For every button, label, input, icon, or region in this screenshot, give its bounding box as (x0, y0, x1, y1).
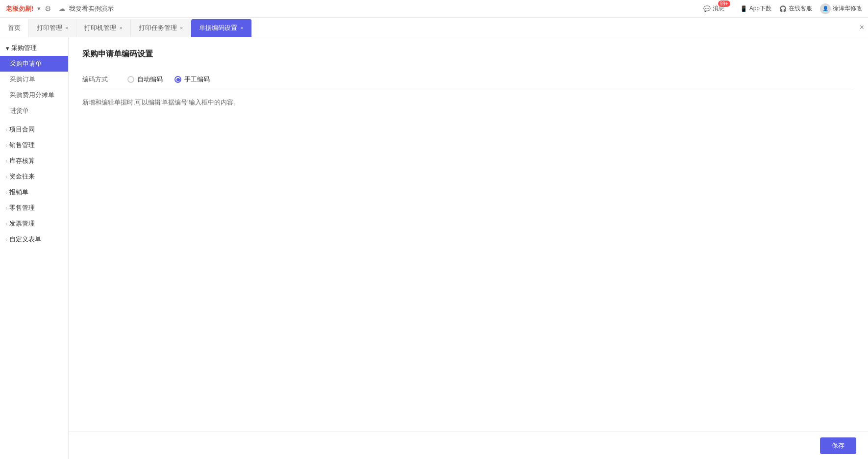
top-bar: 老板勿剔! ▾ ⚙ ☁ 我要看实例演示 💬 消息 99+ 📱 App下数 🎧 在… (0, 0, 868, 18)
sidebar-group-expense[interactable]: › 报销单 (0, 184, 68, 200)
app-download-item[interactable]: 📱 App下数 (740, 4, 771, 13)
auto-code-label: 自动编码 (137, 75, 163, 84)
radio-group: 自动编码 手工编码 (127, 75, 210, 84)
tab-print-management-close[interactable]: × (65, 25, 68, 31)
online-service-label: 在线客服 (789, 4, 812, 13)
sidebar-group-sales-management-label: 销售管理 (9, 141, 35, 150)
sidebar: ▾ 采购管理 采购申请单 采购订单 采购费用分摊单 进货单 › 项目合同 › 销… (0, 37, 69, 459)
sidebar-item-purchase-request[interactable]: 采购申请单 (0, 56, 68, 72)
sidebar-group-invoice-label: 发票管理 (9, 219, 35, 228)
sidebar-group-custom-form-label: 自定义表单 (9, 235, 41, 244)
app-icon: 📱 (740, 5, 747, 12)
tab-print-management[interactable]: 打印管理 × (29, 19, 76, 37)
radio-auto-circle (127, 76, 134, 83)
content-area: 采购申请单编码设置 编码方式 自动编码 手工编码 新增和编辑 (69, 37, 868, 459)
dropdown-icon[interactable]: ▾ (37, 5, 41, 12)
sidebar-group-invoice[interactable]: › 发票管理 (0, 216, 68, 231)
chevron-right-icon: › (6, 190, 7, 195)
encoding-row: 编码方式 自动编码 手工编码 (82, 69, 854, 90)
gear-icon[interactable]: ⚙ (45, 4, 51, 13)
tab-print-task-management-close[interactable]: × (180, 25, 183, 31)
sidebar-group-retail-label: 零售管理 (9, 204, 35, 212)
encoding-label: 编码方式 (82, 75, 112, 84)
sidebar-group-purchase-title[interactable]: ▾ 采购管理 (0, 40, 68, 56)
sidebar-group-sales-management[interactable]: › 销售管理 (0, 137, 68, 153)
sidebar-group-capital-label: 资金往来 (9, 172, 35, 181)
app-download-label: App下数 (749, 4, 771, 13)
sidebar-group-retail[interactable]: › 零售管理 (0, 200, 68, 216)
tab-printer-management[interactable]: 打印机管理 × (76, 19, 130, 37)
save-button[interactable]: 保存 (820, 437, 856, 454)
top-bar-right: 💬 消息 99+ 📱 App下数 🎧 在线客服 👤 徐泽华修改 (703, 3, 862, 14)
sidebar-item-purchase-expense-label: 采购费用分摊单 (10, 91, 54, 99)
tab-print-task-management[interactable]: 打印任务管理 × (131, 19, 191, 37)
service-icon: 🎧 (779, 5, 787, 12)
tab-printer-management-close[interactable]: × (119, 25, 122, 31)
tab-bar: 首页 打印管理 × 打印机管理 × 打印任务管理 × 单据编码设置 × × (0, 18, 868, 37)
top-bar-left: 老板勿剔! ▾ ⚙ ☁ 我要看实例演示 (6, 4, 114, 13)
chevron-right-icon: › (6, 127, 7, 132)
chevron-right-icon: › (6, 237, 7, 242)
radio-manual-inner (176, 78, 180, 81)
tab-single-code-setting-close[interactable]: × (240, 25, 243, 31)
chevron-right-icon: › (6, 174, 7, 179)
sidebar-item-goods-receipt[interactable]: 进货单 (0, 103, 68, 119)
radio-manual-code[interactable]: 手工编码 (174, 75, 210, 84)
sidebar-group-custom-form[interactable]: › 自定义表单 (0, 231, 68, 247)
sidebar-item-purchase-expense[interactable]: 采购费用分摊单 (0, 87, 68, 103)
message-icon: 💬 (703, 5, 711, 12)
main-layout: ▾ 采购管理 采购申请单 采购订单 采购费用分摊单 进货单 › 项目合同 › 销… (0, 37, 868, 459)
sidebar-group-expense-label: 报销单 (9, 188, 28, 197)
sidebar-group-purchase: ▾ 采购管理 采购申请单 采购订单 采购费用分摊单 进货单 (0, 37, 68, 122)
sidebar-group-purchase-label: 采购管理 (11, 44, 37, 52)
demo-icon: ☁ (59, 5, 65, 12)
sidebar-group-inventory-label: 库存核算 (9, 156, 35, 165)
radio-auto-code[interactable]: 自动编码 (127, 75, 163, 84)
chevron-right-icon: › (6, 221, 7, 227)
page-title: 采购申请单编码设置 (82, 49, 854, 59)
sidebar-group-capital[interactable]: › 资金往来 (0, 169, 68, 184)
tab-print-management-label: 打印管理 (37, 24, 62, 32)
avatar: 👤 (820, 3, 831, 14)
sidebar-item-purchase-order-label: 采购订单 (10, 76, 35, 83)
chevron-right-icon: › (6, 205, 7, 211)
hint-text: 新增和编辑单据时,可以编辑'单据编号'输入框中的内容。 (82, 98, 854, 107)
message-badge-item[interactable]: 💬 消息 99+ (703, 4, 724, 13)
app-logo: 老板勿剔! (6, 4, 33, 13)
tab-single-code-setting[interactable]: 单据编码设置 × (191, 19, 251, 37)
tab-bar-close-button[interactable]: × (860, 23, 864, 32)
content-inner: 采购申请单编码设置 编码方式 自动编码 手工编码 新增和编辑 (69, 37, 868, 432)
content-footer: 保存 (69, 432, 868, 459)
sidebar-item-goods-receipt-label: 进货单 (10, 107, 29, 114)
tab-print-task-management-label: 打印任务管理 (139, 24, 177, 32)
manual-code-label: 手工编码 (184, 75, 210, 84)
message-badge: 99+ (718, 0, 730, 7)
sidebar-group-project-contract-label: 项目合同 (9, 125, 35, 134)
chevron-down-icon: ▾ (6, 45, 9, 52)
user-name: 徐泽华修改 (833, 4, 862, 13)
tab-home-label: 首页 (8, 24, 21, 32)
tab-printer-management-label: 打印机管理 (84, 24, 116, 32)
user-info[interactable]: 👤 徐泽华修改 (820, 3, 862, 14)
demo-link[interactable]: 我要看实例演示 (69, 4, 114, 13)
sidebar-item-purchase-order[interactable]: 采购订单 (0, 72, 68, 87)
online-service-item[interactable]: 🎧 在线客服 (779, 4, 812, 13)
sidebar-group-project-contract[interactable]: › 项目合同 (0, 122, 68, 137)
tab-single-code-setting-label: 单据编码设置 (199, 24, 237, 32)
sidebar-item-purchase-request-label: 采购申请单 (10, 60, 42, 67)
tab-home[interactable]: 首页 (0, 19, 29, 37)
chevron-right-icon: › (6, 143, 7, 148)
chevron-right-icon: › (6, 158, 7, 164)
sidebar-group-inventory[interactable]: › 库存核算 (0, 153, 68, 169)
radio-manual-circle (174, 76, 181, 83)
